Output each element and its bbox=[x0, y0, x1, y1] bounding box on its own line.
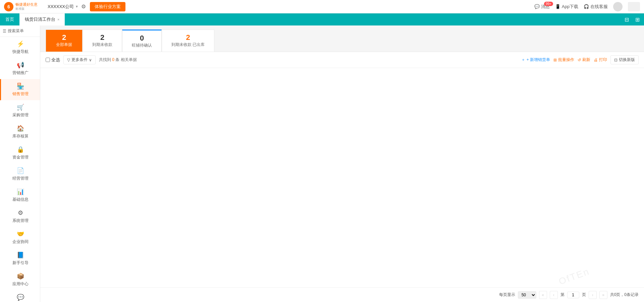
sidebar-item-operations[interactable]: 📄 经营管理 bbox=[0, 164, 40, 185]
pagination: 每页显示 50 100 200 « ‹ 第 页 › » 共0页，0条记录 bbox=[40, 287, 644, 302]
marketing-icon: 📢 bbox=[17, 61, 24, 69]
stat-all-label: 全部单据 bbox=[56, 42, 72, 48]
stat-wangpu-label: 旺辅待确认 bbox=[132, 43, 152, 48]
tab-workbench[interactable]: 钱货日清工作台 × bbox=[19, 13, 65, 25]
sidebar-item-marketing-label: 营销推广 bbox=[12, 70, 29, 76]
plus-icon: ＋ bbox=[521, 57, 525, 63]
per-page-label: 每页显示 bbox=[499, 292, 515, 298]
logo-text-container: 畅捷通好生意 标准版 bbox=[15, 2, 38, 11]
sales-icon: 🏪 bbox=[17, 82, 24, 90]
sidebar-item-purchase[interactable]: 🛒 采购管理 bbox=[0, 100, 40, 121]
company-name: XXXXXX公司 bbox=[48, 4, 74, 10]
found-text: 共找到 0 条 相关单据 bbox=[99, 57, 137, 63]
purchase-icon: 🛒 bbox=[17, 104, 24, 111]
filter-btn-label: 更多条件 bbox=[71, 57, 88, 63]
sidebar-item-guide[interactable]: 📘 新手引导 bbox=[0, 248, 40, 269]
quick-nav-icon: ⚡ bbox=[17, 40, 24, 48]
new-sale-label: + 新增销货单 bbox=[527, 57, 550, 63]
search-icon: ☰ bbox=[3, 29, 6, 34]
sidebar-item-base-info-label: 基础信息 bbox=[12, 197, 29, 202]
toolbar-left: 全选 ▽ 更多条件 ∨ 共找到 0 条 相关单据 bbox=[46, 55, 137, 64]
last-page-btn[interactable]: » bbox=[599, 291, 607, 299]
table-area bbox=[40, 68, 644, 287]
batch-btn[interactable]: ⊞ 批量操作 bbox=[553, 57, 574, 63]
tab-expand-btn[interactable]: ⊞ bbox=[633, 15, 641, 23]
sidebar-item-finance[interactable]: 🔒 资金管理 bbox=[0, 142, 40, 164]
base-info-icon: 📊 bbox=[17, 188, 24, 195]
new-sale-btn[interactable]: ＋ + 新增销货单 bbox=[521, 57, 550, 63]
logo-icon: 6 bbox=[4, 2, 13, 11]
main-layout: ☰ 搜索菜单 ⚡ 快捷导航 📢 营销推广 🏪 销售管理 🛒 采购管理 🏠 库存核… bbox=[0, 25, 644, 302]
stat-overdue-num: 2 bbox=[100, 33, 104, 42]
expand-icon: ⊞ bbox=[635, 16, 640, 23]
user-menu[interactable] bbox=[628, 2, 640, 11]
sidebar-item-quick-nav-label: 快捷导航 bbox=[12, 49, 29, 55]
logo-badge: 标准版 bbox=[15, 7, 38, 11]
found-prefix: 共找到 bbox=[99, 57, 111, 62]
sidebar: ☰ 搜索菜单 ⚡ 快捷导航 📢 营销推广 🏪 销售管理 🛒 采购管理 🏠 库存核… bbox=[0, 25, 40, 302]
prev-page-btn[interactable]: ‹ bbox=[550, 291, 558, 299]
tab-close-icon[interactable]: × bbox=[57, 17, 59, 21]
per-page-select[interactable]: 50 100 200 bbox=[518, 291, 536, 299]
online-service-btn[interactable]: 🎧 在线客服 bbox=[584, 4, 608, 10]
message-icon: 💬 bbox=[534, 4, 540, 9]
found-suffix: 相关单据 bbox=[121, 57, 137, 62]
refresh-btn[interactable]: ↺ 刷新 bbox=[578, 57, 590, 63]
stats-tabs: 2 全部单据 2 到期未收款 0 旺辅待确认 2 到期未收款 已出库 bbox=[40, 25, 644, 52]
select-all-checkbox[interactable] bbox=[46, 58, 50, 62]
print-icon: 🖨 bbox=[594, 58, 598, 62]
sidebar-item-inventory[interactable]: 🏠 库存核算 bbox=[0, 121, 40, 142]
user-avatar[interactable] bbox=[613, 2, 623, 11]
refresh-label: 刷新 bbox=[582, 57, 590, 63]
stat-tab-overdue[interactable]: 2 到期未收款 bbox=[83, 29, 122, 52]
toolbar-right: ＋ + 新增销货单 ⊞ 批量操作 ↺ 刷新 🖨 打印 ⊡ 切换新版 bbox=[521, 55, 639, 64]
switch-version-btn[interactable]: ⊡ 切换新版 bbox=[610, 55, 639, 64]
sidebar-item-system[interactable]: ⚙ 系统管理 bbox=[0, 206, 40, 227]
print-label: 打印 bbox=[599, 57, 607, 63]
sidebar-item-sales[interactable]: 🏪 销售管理 bbox=[0, 79, 40, 100]
experience-btn[interactable]: 体验行业方案 bbox=[90, 2, 125, 11]
stat-wangpu-num: 0 bbox=[140, 34, 144, 43]
sidebar-item-base-info[interactable]: 📊 基础信息 bbox=[0, 185, 40, 206]
select-all-label[interactable]: 全选 bbox=[46, 57, 60, 63]
app-download-icon: 📱 bbox=[555, 4, 560, 9]
message-btn[interactable]: 💬 消息 99+ bbox=[534, 4, 550, 10]
sidebar-item-wechat[interactable]: 💬 企业微信 bbox=[0, 290, 40, 302]
stat-all-num: 2 bbox=[62, 33, 66, 42]
filter-btn[interactable]: ▽ 更多条件 ∨ bbox=[63, 55, 96, 64]
total-label: 共0页，0条记录 bbox=[610, 292, 639, 298]
print-btn[interactable]: 🖨 打印 bbox=[594, 57, 607, 63]
next-page-btn[interactable]: › bbox=[589, 291, 597, 299]
sidebar-item-sales-label: 销售管理 bbox=[12, 91, 29, 97]
stat-tab-unshipped[interactable]: 2 到期未收款 已出库 bbox=[162, 29, 214, 52]
page-number-input[interactable] bbox=[567, 292, 579, 298]
settings-icon[interactable]: ⚙ bbox=[81, 3, 86, 10]
sidebar-item-marketing[interactable]: 📢 营销推广 bbox=[0, 58, 40, 79]
sidebar-search-label: 搜索菜单 bbox=[8, 28, 24, 34]
batch-icon: ⊞ bbox=[553, 58, 557, 62]
company-selector[interactable]: XXXXXX公司 ▼ bbox=[48, 4, 78, 10]
stat-tab-wangpu[interactable]: 0 旺辅待确认 bbox=[122, 29, 162, 52]
sidebar-item-finance-label: 资金管理 bbox=[12, 155, 29, 160]
stat-tab-all[interactable]: 2 全部单据 bbox=[46, 29, 83, 52]
select-all-text: 全选 bbox=[51, 57, 60, 63]
toolbar: 全选 ▽ 更多条件 ∨ 共找到 0 条 相关单据 ＋ + 新增销货单 bbox=[40, 52, 644, 68]
main-header: 6 畅捷通好生意 标准版 XXXXXX公司 ▼ ⚙ 体验行业方案 💬 消息 99… bbox=[0, 0, 644, 13]
message-badge: 99+ bbox=[544, 2, 553, 6]
sidebar-search[interactable]: ☰ 搜索菜单 bbox=[0, 25, 40, 37]
wechat-icon: 💬 bbox=[17, 294, 24, 301]
logo: 6 畅捷通好生意 标准版 bbox=[4, 2, 44, 11]
operations-icon: 📄 bbox=[17, 167, 24, 174]
first-page-btn[interactable]: « bbox=[539, 291, 547, 299]
app-download-btn[interactable]: 📱 App下载 bbox=[555, 4, 578, 10]
finance-icon: 🔒 bbox=[17, 146, 24, 153]
headset-icon: 🎧 bbox=[584, 4, 589, 9]
sidebar-item-cooperation[interactable]: 🤝 企业协同 bbox=[0, 227, 40, 248]
tab-collapse-btn[interactable]: ⊟ bbox=[623, 15, 631, 23]
tab-home[interactable]: 首页 bbox=[0, 13, 19, 25]
sidebar-item-quick-nav[interactable]: ⚡ 快捷导航 bbox=[0, 37, 40, 58]
batch-label: 批量操作 bbox=[558, 57, 574, 63]
stat-unshipped-num: 2 bbox=[186, 33, 190, 42]
sidebar-item-app-center[interactable]: 📦 应用中心 bbox=[0, 269, 40, 290]
header-right: 💬 消息 99+ 📱 App下载 🎧 在线客服 bbox=[534, 2, 640, 11]
